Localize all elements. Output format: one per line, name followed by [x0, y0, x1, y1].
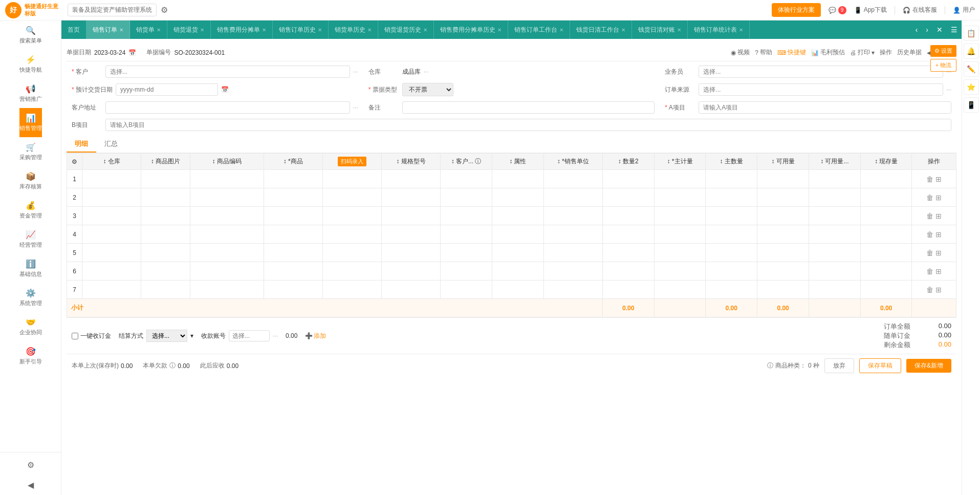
tab-5[interactable]: 销售订单历史✕ — [273, 20, 329, 39]
row-code-3[interactable] — [190, 225, 264, 244]
sidebar-item-7[interactable]: 📈经营管理 — [19, 225, 42, 254]
row-name-4[interactable] — [264, 244, 322, 262]
note-input[interactable] — [402, 101, 655, 114]
row-main-qty-0[interactable] — [706, 170, 757, 188]
tab-7[interactable]: 销货退货历史✕ — [378, 20, 434, 39]
row-attr-4[interactable] — [492, 244, 543, 262]
address-more-icon[interactable]: ··· — [353, 104, 358, 111]
row-warehouse-4[interactable] — [82, 244, 141, 262]
sidebar-settings[interactable]: ⚙ — [0, 455, 61, 475]
row-attr-5[interactable] — [492, 262, 543, 281]
row-copy-icon-6[interactable]: ⊞ — [935, 286, 942, 294]
row-spec-0[interactable] — [382, 170, 441, 188]
row-avail-0[interactable] — [757, 170, 809, 188]
row-stock-1[interactable] — [860, 188, 912, 207]
profit-btn[interactable]: 📊 毛利预估 — [811, 48, 845, 57]
trial-button[interactable]: 体验行业方案 — [772, 3, 821, 17]
tab-6[interactable]: 销货单历史✕ — [329, 20, 378, 39]
history-btn[interactable]: 历史单据 — [897, 48, 922, 57]
sidebar-collapse[interactable]: ◀ — [0, 475, 61, 495]
row-code-1[interactable] — [190, 188, 264, 207]
row-delete-icon-0[interactable]: 🗑 — [926, 175, 933, 183]
row-stock-2[interactable] — [860, 207, 912, 225]
th-code[interactable]: ↕ 商品编码 — [190, 154, 264, 170]
row-main-unit-4[interactable] — [654, 244, 706, 262]
add-goods-btn[interactable]: + 物流 — [930, 59, 956, 72]
row-cust-2[interactable] — [441, 207, 492, 225]
tab-close-6[interactable]: ✕ — [367, 27, 372, 33]
row-delete-icon-1[interactable]: 🗑 — [926, 193, 933, 202]
row-spec-2[interactable] — [382, 207, 441, 225]
tab-2[interactable]: 销货单✕ — [130, 20, 167, 39]
row-main-unit-0[interactable] — [654, 170, 706, 188]
warehouse-more-icon[interactable]: ··· — [424, 68, 429, 75]
rp-icon-1[interactable]: 📋 — [964, 26, 979, 41]
tab-close-11[interactable]: ✕ — [677, 27, 681, 33]
one-click-checkbox[interactable] — [72, 333, 78, 339]
save-new-button[interactable]: 保存&新增 — [906, 359, 951, 373]
rp-icon-3[interactable]: ✏️ — [964, 61, 979, 77]
th-name[interactable]: ↕ *商品 — [264, 154, 322, 170]
row-cust-3[interactable] — [441, 225, 492, 244]
row-avail2-3[interactable] — [809, 225, 860, 244]
row-main-unit-2[interactable] — [654, 207, 706, 225]
row-code-4[interactable] — [190, 244, 264, 262]
row-stock-0[interactable] — [860, 170, 912, 188]
tab-close-9[interactable]: ✕ — [559, 27, 563, 33]
system-settings-icon[interactable]: ⚙ — [161, 5, 168, 15]
b-project-input[interactable] — [105, 119, 951, 131]
th-warehouse[interactable]: ↕ 仓库 — [82, 154, 141, 170]
calendar2-icon[interactable]: 📅 — [221, 86, 229, 93]
row-spec-1[interactable] — [382, 188, 441, 207]
row-code-5[interactable] — [190, 262, 264, 281]
th-avail[interactable]: ↕ 可用量 — [757, 154, 809, 170]
account-more-icon[interactable]: ··· — [273, 332, 278, 339]
sidebar-item-4[interactable]: 🛒采购管理 — [19, 137, 42, 166]
row-main-qty-6[interactable] — [706, 281, 757, 299]
row-name-1[interactable] — [264, 188, 322, 207]
row-attr-3[interactable] — [492, 225, 543, 244]
message-icon-item[interactable]: 💬 9 — [829, 6, 846, 14]
customer-input[interactable] — [105, 66, 350, 78]
discard-button[interactable]: 放弃 — [824, 358, 854, 373]
row-avail2-2[interactable] — [809, 207, 860, 225]
rp-icon-4[interactable]: ⭐ — [964, 79, 979, 95]
sidebar-item-9[interactable]: ⚙️系统管理 — [19, 283, 42, 312]
row-avail2-6[interactable] — [809, 281, 860, 299]
row-stock-4[interactable] — [860, 244, 912, 262]
th-stock[interactable]: ↕ 现存量 — [860, 154, 912, 170]
th-attr[interactable]: ↕ 属性 — [492, 154, 543, 170]
row-main-qty-3[interactable] — [706, 225, 757, 244]
row-copy-icon-3[interactable]: ⊞ — [935, 230, 942, 239]
row-stock-6[interactable] — [860, 281, 912, 299]
row-avail2-5[interactable] — [809, 262, 860, 281]
row-name-5[interactable] — [264, 262, 322, 281]
tab-1[interactable]: 销售订单✕ — [86, 20, 130, 39]
row-unit-3[interactable] — [543, 225, 602, 244]
row-main-qty-1[interactable] — [706, 188, 757, 207]
tab-9[interactable]: 销售订单工作台✕ — [508, 20, 570, 39]
rp-icon-5[interactable]: 📱 — [964, 97, 979, 113]
tab-detail[interactable]: 明细 — [67, 136, 96, 153]
tab-close-2[interactable]: ✕ — [157, 27, 161, 33]
tab-menu-btn[interactable]: ☰ — [947, 26, 962, 34]
invoice-select[interactable]: 不开票 — [402, 83, 453, 96]
row-name-3[interactable] — [264, 225, 322, 244]
sidebar-item-6[interactable]: 💰资金管理 — [19, 196, 42, 225]
rp-icon-2[interactable]: 🔔 — [964, 44, 979, 59]
row-copy-icon-1[interactable]: ⊞ — [935, 193, 942, 202]
row-spec-5[interactable] — [382, 262, 441, 281]
row-qty2-5[interactable] — [602, 262, 654, 281]
row-copy-icon-2[interactable]: ⊞ — [935, 212, 942, 220]
operation-btn[interactable]: 操作 — [880, 48, 892, 57]
row-avail2-0[interactable] — [809, 170, 860, 188]
row-warehouse-1[interactable] — [82, 188, 141, 207]
th-qty2[interactable]: ↕ 数量2 — [602, 154, 654, 170]
row-qty2-4[interactable] — [602, 244, 654, 262]
row-stock-5[interactable] — [860, 262, 912, 281]
tab-12[interactable]: 销售订单统计表✕ — [688, 20, 750, 39]
order-source-more-icon[interactable]: ··· — [946, 86, 951, 93]
th-image[interactable]: ↕ 商品图片 — [141, 154, 190, 170]
row-code-6[interactable] — [190, 281, 264, 299]
sidebar-item-5[interactable]: 📦库存核算 — [19, 166, 42, 196]
